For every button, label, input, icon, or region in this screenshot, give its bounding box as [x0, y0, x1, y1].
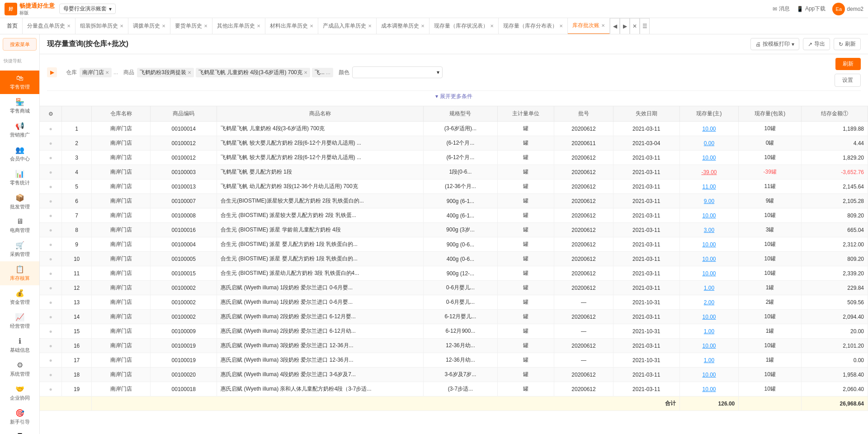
tab-close-icon[interactable]: ✕	[162, 24, 165, 28]
filter-expand-arrow[interactable]: ▶	[47, 67, 57, 77]
sidebar-item-guide[interactable]: 🎯 新手引导	[0, 405, 39, 429]
user-menu[interactable]: Ea demo2	[832, 3, 863, 15]
row-qty-main[interactable]: 10.00	[679, 266, 739, 281]
row-name: 合生元(BIOSTIME)派星较大婴儿配方奶粉 2段 乳铁蛋白的...	[217, 194, 424, 208]
tab-batch-account[interactable]: 库存批次账 ✕	[568, 18, 610, 34]
row-warehouse: 南岸门店	[91, 339, 151, 353]
row-seq: 15	[62, 324, 91, 339]
row-unit: 罐	[497, 136, 554, 151]
footer-label: 合计	[91, 396, 679, 411]
tab-next-button[interactable]: ▶	[620, 18, 630, 34]
tab-prev-button[interactable]: ◀	[610, 18, 620, 34]
sidebar-item-retail-stats[interactable]: 📊 零售统计	[0, 166, 39, 190]
tab-close-icon[interactable]: ✕	[204, 24, 208, 28]
messages-button[interactable]: ✉ 消息	[773, 5, 790, 13]
mall-icon: 🏪	[15, 98, 24, 106]
print-button[interactable]: 🖨 按模板打印 ▾	[750, 38, 799, 50]
row-icon: ●	[40, 339, 62, 353]
tab-close-icon[interactable]: ✕	[368, 24, 372, 28]
tab-close-icon[interactable]: ✕	[421, 24, 425, 28]
tab-material-out[interactable]: 材料出库单历史 ✕	[265, 18, 318, 34]
row-qty-main[interactable]: 10.00	[679, 208, 739, 223]
refresh-button[interactable]: ↻ 刷新	[834, 38, 861, 50]
tab-assembly[interactable]: 组装拆卸单历史 ✕	[75, 18, 128, 34]
expand-conditions[interactable]: ▾ 展开更多条件	[47, 90, 861, 102]
sidebar-item-wholesale[interactable]: 📦 批发管理	[0, 190, 39, 214]
query-button[interactable]: 刷新	[835, 58, 861, 70]
row-qty-main[interactable]: 1.00	[679, 353, 739, 368]
row-qty-main[interactable]: 10.00	[679, 122, 739, 136]
sidebar-item-label: 营销推广	[10, 132, 30, 138]
tab-other-out[interactable]: 其他出库单历史 ✕	[212, 18, 265, 34]
sidebar-item-retail-mall[interactable]: 🏪 零售商城	[0, 94, 39, 118]
tab-product-in[interactable]: 产成品入库单历史 ✕	[318, 18, 377, 34]
sidebar-item-system[interactable]: ⚙ 系统管理	[0, 357, 39, 381]
row-qty-main[interactable]: 10.00	[679, 151, 739, 165]
table-row: ● 16 南岸门店 00100019 惠氏启赋 (Wyeth illuma) 3…	[40, 339, 868, 353]
row-unit: 罐	[497, 368, 554, 382]
row-qty-main[interactable]: 10.00	[679, 310, 739, 324]
row-qty-main[interactable]: 10.00	[679, 382, 739, 396]
tab-menu-button[interactable]: ☰	[640, 18, 650, 34]
th-spec: 规格型号	[424, 106, 497, 122]
th-settings[interactable]: ⚙	[40, 106, 62, 122]
tab-close-icon[interactable]: ✕	[257, 24, 260, 28]
tab-transfer[interactable]: 调拨单历史 ✕	[128, 18, 170, 34]
sidebar-item-retail-mgmt[interactable]: 🛍 零售管理	[0, 71, 39, 94]
row-qty-main[interactable]: 1.00	[679, 281, 739, 295]
tab-current-stock-dist[interactable]: 现存量（库存分布表） ✕	[499, 18, 568, 34]
tab-inventory-history[interactable]: 分量盘点单历史 ✕	[23, 18, 75, 34]
tab-close-icon[interactable]: ✕	[120, 24, 123, 28]
row-qty-main[interactable]: 10.00	[679, 368, 739, 382]
sidebar-item-app-center[interactable]: 📱 应用中心	[0, 429, 39, 434]
row-icon: ●	[40, 295, 62, 310]
tab-close-icon[interactable]: ✕	[310, 24, 313, 28]
sidebar-item-basic-info[interactable]: ℹ 基础信息	[0, 333, 39, 357]
row-qty-main[interactable]: 10.00	[679, 237, 739, 252]
row-qty-main[interactable]: 10.00	[679, 252, 739, 266]
tab-close-all-button[interactable]: ✕	[630, 18, 640, 34]
sidebar-item-members[interactable]: 👥 会员中心	[0, 142, 39, 166]
tab-requisition[interactable]: 要货单历史 ✕	[170, 18, 212, 34]
sidebar-item-label: 零售统计	[10, 179, 30, 186]
row-qty-pkg: 10罐	[739, 208, 802, 223]
settings-button[interactable]: 设置	[835, 74, 861, 87]
tab-cost-adjust[interactable]: 成本调整单历史 ✕	[377, 18, 429, 34]
row-qty-main[interactable]: 2.00	[679, 295, 739, 310]
row-warehouse: 南岸门店	[91, 165, 151, 179]
app-download-button[interactable]: 📱 App下载	[797, 5, 826, 13]
row-qty-main[interactable]: -39.00	[679, 165, 739, 179]
filter-product-tag-close-1[interactable]: ✕	[188, 70, 191, 75]
row-qty-main[interactable]: 9.00	[679, 194, 739, 208]
tab-close-icon[interactable]: ✕	[490, 24, 494, 28]
tab-home[interactable]: 首页	[2, 18, 23, 34]
sidebar-item-operations[interactable]: 📈 经营管理	[0, 309, 39, 333]
filter-tag-close-button[interactable]: ✕	[105, 70, 109, 75]
export-button[interactable]: ↗ 导出	[803, 38, 830, 50]
row-qty-main[interactable]: 1.00	[679, 324, 739, 339]
tab-close-icon[interactable]: ✕	[601, 23, 605, 28]
tab-close-icon[interactable]: ✕	[67, 24, 71, 28]
tab-current-stock-status[interactable]: 现存量（库存状况表） ✕	[429, 18, 499, 34]
sidebar-item-marketing[interactable]: 📢 营销推广	[0, 118, 39, 142]
sidebar-item-collab[interactable]: 🤝 企业协同	[0, 381, 39, 405]
row-qty-main[interactable]: 3.00	[679, 223, 739, 237]
row-seq: 3	[62, 151, 91, 165]
row-qty-main[interactable]: 0.00	[679, 136, 739, 151]
procurement-icon: 🛒	[15, 241, 24, 250]
sidebar-item-inventory[interactable]: 📋 库存核算	[0, 261, 39, 285]
row-qty-main[interactable]: 11.00	[679, 179, 739, 194]
color-input[interactable]: ▾	[352, 66, 443, 78]
row-unit: 罐	[497, 179, 554, 194]
warehouse-selector[interactable]: 母婴行业演示账套 ▾	[59, 4, 116, 14]
filter-product-tag-close-2[interactable]: ✕	[304, 70, 307, 75]
row-name: 惠氏启赋 (Wyeth illuma) 4段奶粉 爱尔兰进口 3-6岁及7...	[217, 368, 424, 382]
row-qty-main[interactable]: 10.00	[679, 339, 739, 353]
search-menu-button[interactable]: 搜索菜单	[3, 38, 37, 51]
row-code: 00100018	[151, 382, 217, 396]
sidebar-item-procurement[interactable]: 🛒 采购管理	[0, 237, 39, 261]
row-code: 00100012	[151, 151, 217, 165]
sidebar-item-ecommerce[interactable]: 🖥 电商管理	[0, 214, 39, 237]
tab-close-icon[interactable]: ✕	[559, 24, 563, 28]
sidebar-item-finance[interactable]: 💰 资金管理	[0, 285, 39, 309]
